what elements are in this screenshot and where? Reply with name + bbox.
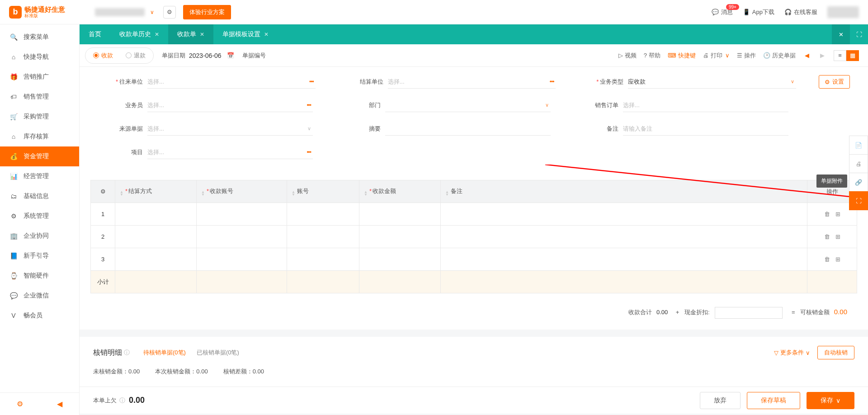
fullscreen-button[interactable]: ⛶ <box>850 24 868 44</box>
discard-button[interactable]: 放弃 <box>700 392 741 409</box>
sidebar-item-3[interactable]: 🏷销售管理 <box>0 87 79 107</box>
trial-button[interactable]: 体验行业方案 <box>183 5 231 19</box>
col-gear[interactable]: ⚙ <box>91 180 115 203</box>
table-row[interactable]: 1🗑⊞ <box>91 203 857 226</box>
sidebar-item-7[interactable]: 📊经营管理 <box>0 166 79 186</box>
sidebar-collapse-icon[interactable]: ◀ <box>57 400 62 408</box>
verify-tab-done[interactable]: 已核销单据(0笔) <box>197 349 239 357</box>
settle-unit-input[interactable]: 选择...••• <box>388 75 556 89</box>
close-icon[interactable]: ✕ <box>155 31 159 38</box>
print-button[interactable]: 🖨打印∨ <box>703 52 730 60</box>
dock-expand-button[interactable]: ⛶ <box>849 191 868 210</box>
add-row-icon[interactable]: ⊞ <box>835 233 840 240</box>
receipt-type-toggle: 收款 退款 <box>85 47 154 64</box>
add-row-icon[interactable]: ⊞ <box>835 256 840 263</box>
add-row-icon[interactable]: ⊞ <box>835 211 840 217</box>
sidebar-item-2[interactable]: 🎁营销推广 <box>0 67 79 87</box>
user-avatar[interactable] <box>827 6 859 18</box>
radio-refund[interactable]: 退款 <box>119 49 152 62</box>
tab-1[interactable]: 收款单历史✕ <box>110 24 168 44</box>
calendar-icon[interactable]: 📅 <box>227 52 234 59</box>
date-value[interactable]: 2023-06-06 <box>189 52 222 59</box>
tab-0[interactable]: 首页 <box>80 24 110 44</box>
sidebar-item-4[interactable]: 🛒采购管理 <box>0 107 79 127</box>
partner-input[interactable]: 选择...••• <box>147 75 316 89</box>
form-settings-button[interactable]: ⚙设置 <box>819 75 850 89</box>
prev-doc-button[interactable]: ◀ <box>803 52 811 59</box>
org-selector[interactable]: ∨ <box>95 8 154 16</box>
tab-close-button[interactable]: ✕ <box>832 24 850 44</box>
biz-type-select[interactable]: 应收款∨ <box>628 75 796 89</box>
view-form-button[interactable]: ▦ <box>846 50 859 61</box>
more-icon[interactable]: ••• <box>307 102 311 108</box>
summary-input[interactable] <box>385 122 551 136</box>
sidebar-icon: 📘 <box>9 251 18 260</box>
radio-receive[interactable]: 收款 <box>87 49 119 62</box>
discount-input[interactable] <box>715 307 783 319</box>
save-button[interactable]: 保存∨ <box>807 392 854 409</box>
delete-icon[interactable]: 🗑 <box>824 233 830 240</box>
auto-verify-button[interactable]: 自动核销 <box>817 346 854 359</box>
chevron-down-icon: ∨ <box>806 349 810 356</box>
settings-button[interactable]: ⚙ <box>163 6 176 19</box>
message-badge: 99+ <box>726 4 739 10</box>
video-button[interactable]: ▷视频 <box>618 52 637 60</box>
chevron-down-icon: ∨ <box>725 52 730 59</box>
sidebar-item-12[interactable]: ⌚智能硬件 <box>0 266 79 286</box>
col-remark: ▲▼备注 <box>441 180 807 203</box>
table-row[interactable]: 2🗑⊞ <box>91 226 857 248</box>
app-download-button[interactable]: 📱 App下载 <box>743 8 774 16</box>
support-button[interactable]: 🎧 在线客服 <box>784 8 817 16</box>
close-icon[interactable]: ✕ <box>264 31 269 38</box>
sidebar-item-10[interactable]: 🏢企业协同 <box>0 226 79 246</box>
view-list-button[interactable]: ≡ <box>834 50 846 61</box>
sidebar-icon: ⌂ <box>9 52 18 61</box>
dock-draft-button[interactable]: 📄 <box>849 136 868 155</box>
next-doc-button[interactable]: ▶ <box>818 52 826 59</box>
list-icon: ☰ <box>737 52 742 59</box>
info-icon[interactable]: ⓘ <box>119 396 125 405</box>
sidebar-item-6[interactable]: 💰资金管理 <box>0 146 79 166</box>
sidebar-item-1[interactable]: ⌂快捷导航 <box>0 47 79 67</box>
save-draft-button[interactable]: 保存草稿 <box>747 392 800 409</box>
history-button[interactable]: 🕑历史单据 <box>763 52 796 60</box>
table-row[interactable]: 3🗑⊞ <box>91 248 857 271</box>
message-button[interactable]: 💬 消息 99+ <box>712 8 733 16</box>
operate-button[interactable]: ☰操作 <box>737 52 756 60</box>
print-icon: 🖨 <box>703 52 709 59</box>
docno-label: 单据编号 <box>242 52 266 60</box>
more-conditions-button[interactable]: ▽更多条件∨ <box>774 349 810 357</box>
sidebar-item-9[interactable]: ⚙系统管理 <box>0 206 79 226</box>
dept-select[interactable]: ∨ <box>385 99 551 112</box>
salesman-input[interactable]: 选择...••• <box>147 99 313 112</box>
col-amount: ▲▼*收款金额 <box>359 180 441 203</box>
sidebar-item-0[interactable]: 🔍搜索菜单 <box>0 27 79 47</box>
remark-input[interactable]: 请输入备注 <box>623 122 788 136</box>
help-button[interactable]: ?帮助 <box>644 52 660 60</box>
sidebar-icon: 🗂 <box>9 192 18 201</box>
tab-2[interactable]: 收款单✕ <box>168 24 213 44</box>
more-icon[interactable]: ••• <box>550 79 554 85</box>
sidebar-item-11[interactable]: 📘新手引导 <box>0 246 79 266</box>
verify-tab-pending[interactable]: 待核销单据(0笔) <box>143 349 186 357</box>
dock-attachment-button[interactable]: 🔗 <box>849 173 868 192</box>
delete-icon[interactable]: 🗑 <box>824 211 830 217</box>
sidebar-item-14[interactable]: V畅会员 <box>0 306 79 325</box>
sidebar-icon: 🎁 <box>9 72 18 81</box>
sidebar-settings-icon[interactable]: ⚙ <box>17 400 23 408</box>
sidebar-item-13[interactable]: 💬企业微信 <box>0 286 79 306</box>
source-select[interactable]: 选择...∨ <box>147 122 313 136</box>
shortcut-button[interactable]: ⌨快捷键 <box>668 52 696 60</box>
sidebar-item-5[interactable]: ⌂库存核算 <box>0 127 79 146</box>
delete-icon[interactable]: 🗑 <box>824 256 830 263</box>
more-icon[interactable]: ••• <box>309 79 314 85</box>
sidebar-item-8[interactable]: 🗂基础信息 <box>0 186 79 206</box>
sale-order-input[interactable]: 选择... <box>623 99 788 112</box>
close-icon[interactable]: ✕ <box>200 31 204 38</box>
more-icon[interactable]: ••• <box>307 149 311 156</box>
dock-print-button[interactable]: 🖨 <box>849 154 868 173</box>
tab-3[interactable]: 单据模板设置✕ <box>213 24 278 44</box>
project-input[interactable]: 选择...••• <box>147 146 313 159</box>
current-verify-value: 0.00 <box>196 368 208 375</box>
info-icon[interactable]: ⓘ <box>124 349 130 357</box>
